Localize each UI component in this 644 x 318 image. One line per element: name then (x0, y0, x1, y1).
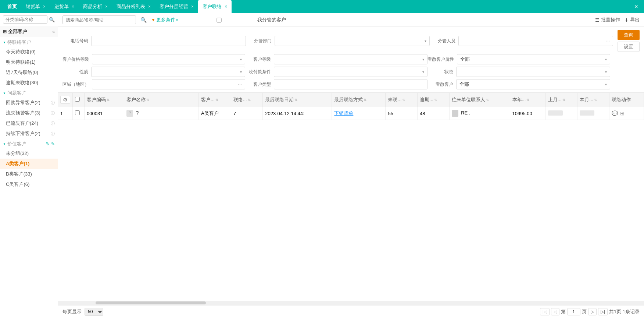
my-customers-checkbox[interactable] (182, 18, 256, 22)
batch-op-icon: ☰ (595, 17, 600, 23)
filter-input-region[interactable]: ··· (92, 79, 245, 89)
sidebar-item-churned[interactable]: 已流失客户(24) ⓘ (0, 118, 58, 128)
group-action-refresh[interactable]: ↻ (46, 141, 50, 146)
sidebar-search-input[interactable] (3, 15, 47, 24)
group-label-value: ▼ 价值客户 ↻ ✎ (0, 139, 58, 148)
dots-icon-region: ··· (238, 82, 242, 87)
nav-item-purchase[interactable]: 进货单 × (50, 0, 79, 13)
sidebar-item-today[interactable]: 今天待联络(0) (0, 47, 58, 57)
td-name: ? ? (124, 107, 199, 120)
filter-input-nature[interactable]: ▾ (91, 67, 245, 77)
sidebar-item-class-b[interactable]: B类客户(33) (0, 169, 58, 179)
th-settings: ⚙ (58, 93, 73, 107)
filter-input-person[interactable]: ··· (458, 36, 613, 46)
filter-label-payment: 收付款条件 (245, 69, 271, 75)
last-contact-method-link[interactable]: 下销货单 (334, 110, 353, 116)
sidebar-item-repurchase-abnormal[interactable]: 回购异常客户(2) ⓘ (0, 98, 58, 108)
batch-op-button[interactable]: ☰ 批量操作 (595, 17, 620, 23)
group-triangle-value: ▼ (3, 142, 6, 146)
info-icon-declining: ⓘ (51, 131, 55, 137)
filter-input-scatter[interactable]: 全部 ▾ (456, 79, 610, 89)
filter-input-dept[interactable]: ▾ (275, 36, 429, 46)
sidebar-item-churn-warning[interactable]: 流失预警客户(3) ⓘ (0, 108, 58, 118)
nav-close-purchase[interactable]: × (72, 0, 74, 13)
sidebar-search-icon[interactable]: 🔍 (49, 17, 55, 22)
filter-input-customer-type[interactable] (274, 79, 428, 89)
sidebar-item-tomorrow[interactable]: 明天待联络(1) (0, 57, 58, 67)
nav-item-customer-contact[interactable]: 客户联络 × (198, 0, 232, 13)
per-page-select[interactable]: 50 100 200 (85, 308, 103, 316)
th-level: 客户... ⇅ (199, 93, 231, 107)
filter-label-phone: 电话号码 (62, 38, 88, 44)
nav-close-goods-analysis-list[interactable]: × (148, 0, 151, 13)
settings-button[interactable]: 设置 (618, 42, 640, 52)
search-button[interactable]: 🔍 (140, 17, 147, 23)
sidebar-collapse-btn[interactable]: « (52, 29, 55, 34)
search-input[interactable] (62, 15, 136, 24)
td-actions: 💬 ⊞ (609, 107, 644, 120)
last-month-placeholder (548, 110, 563, 116)
select-all-checkbox[interactable] (75, 97, 80, 102)
filter-input-payment[interactable]: ▾ (274, 67, 428, 77)
row-checkbox[interactable] (75, 110, 80, 115)
horizontal-scrollbar[interactable] (58, 301, 644, 305)
last-page-button[interactable]: ▷| (598, 308, 608, 315)
th-actions: 联络动作 (609, 93, 644, 107)
nav-item-customer-tier[interactable]: 客户分层经营 × (155, 0, 198, 13)
prev-page-button[interactable]: ◁ (551, 308, 559, 315)
chat-action-icon[interactable]: 💬 (612, 110, 618, 116)
sidebar-search-area: 🔍 (0, 13, 58, 26)
my-customers-filter[interactable]: 我分管的客户 (182, 17, 286, 23)
arrow-icon-status: ▾ (605, 70, 607, 74)
first-page-button[interactable]: |◁ (540, 308, 550, 315)
records-label: 共1页 1条记录 (609, 308, 640, 315)
sidebar-item-unclassified[interactable]: 未分组(32) (0, 148, 58, 159)
nav-item-sales[interactable]: 销货单 × (21, 0, 50, 13)
filter-input-customer-level[interactable]: ▾ (274, 54, 428, 64)
nav-close-customer-contact[interactable]: × (225, 0, 227, 13)
filter-input-price-level[interactable]: ▾ (92, 54, 245, 64)
scrollbar-thumb[interactable] (96, 301, 206, 304)
close-all-button[interactable]: × (631, 3, 641, 10)
td-overdue: 48 (418, 107, 450, 120)
arrow-icon-price-level: ▾ (240, 57, 242, 61)
nav-item-home[interactable]: 首页 (3, 0, 21, 13)
group-triangle-pending: ▼ (3, 41, 6, 44)
nav-close-sales[interactable]: × (43, 0, 46, 13)
td-row-num: 1 (58, 107, 73, 120)
filter-bar: 🔍 ▼ 更多条件 ▾ 我分管的客户 ☰ 批量操作 ⬇ 导出 (58, 13, 644, 27)
filter-input-phone[interactable] (91, 36, 246, 46)
sidebar-item-week[interactable]: 近7天待联络(0) (0, 67, 58, 78)
nav-item-goods-analysis-list[interactable]: 商品分析列表 × (112, 0, 155, 13)
nav-close-customer-tier[interactable]: × (191, 0, 194, 13)
filter-label-scatter: 零散客户 (427, 81, 453, 88)
per-page-label: 每页显示 (62, 308, 82, 315)
td-level: A类客户 (199, 107, 231, 120)
filter-cell-scatter-attr: 零散客户属性 全部 ▾ (427, 54, 610, 64)
nav-item-goods-analysis[interactable]: 商品分析 × (79, 0, 112, 13)
sidebar-item-class-a[interactable]: A类客户(1) (0, 159, 58, 169)
row-actions: 💬 ⊞ (612, 110, 641, 116)
all-customers-header[interactable]: ⊞ 全部客户 « (0, 26, 58, 37)
sidebar-item-class-c[interactable]: C类客户(6) (0, 179, 58, 190)
filter-label-person: 分管人员 (430, 38, 455, 44)
filter-input-status[interactable]: ▾ (456, 67, 610, 77)
export-button[interactable]: ⬇ 导出 (625, 17, 640, 23)
filter-cell-price-level: 客户价格等级 ▾ (62, 54, 245, 64)
column-settings-button[interactable]: ⚙ (60, 96, 70, 104)
arrow-icon-customer-level: ▾ (422, 57, 424, 61)
total-label: 页 (582, 308, 587, 315)
grid-action-icon[interactable]: ⊞ (620, 110, 625, 116)
filter-label-customer-type: 客户类型 (245, 81, 271, 88)
sidebar-item-declining[interactable]: 持续下滑客户(2) ⓘ (0, 128, 58, 139)
next-page-button[interactable]: ▷ (588, 308, 597, 315)
more-filters-button[interactable]: ▼ 更多条件 ▾ (151, 17, 178, 23)
nav-close-goods-analysis[interactable]: × (105, 0, 108, 13)
group-action-edit[interactable]: ✎ (51, 141, 55, 146)
page-input[interactable] (567, 308, 580, 315)
sidebar-item-overdue[interactable]: 逾期未联络(30) (0, 78, 58, 88)
filter-cell-person: 分管人员 ··· (430, 36, 613, 46)
query-button[interactable]: 查询 (618, 30, 640, 40)
filter-input-scatter-attr[interactable]: 全部 ▾ (457, 54, 610, 64)
sidebar: 🔍 ⊞ 全部客户 « ▼ 待联络客户 今天待联络(0) 明天待联络(1) 近7天… (0, 13, 58, 318)
